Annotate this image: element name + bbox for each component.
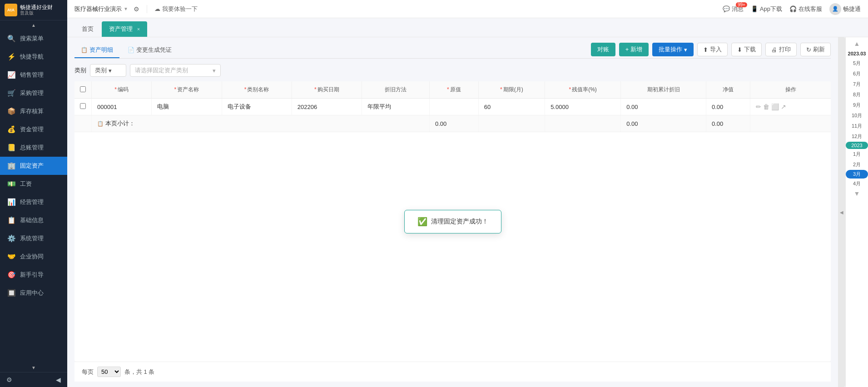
sidebar-item-label: 搜索菜单 <box>20 35 44 43</box>
sidebar-item-label: 库存核算 <box>20 107 44 115</box>
sidebar-item-operations[interactable]: 📊 经营管理 <box>0 193 67 211</box>
collapse-icon[interactable]: ◀ <box>56 376 61 383</box>
sidebar-item-search[interactable]: 🔍 搜索菜单 <box>0 30 67 48</box>
print-btn[interactable]: 🖨 打印 <box>765 43 797 56</box>
sidebar-bottom: ⚙ ◀ <box>0 372 67 387</box>
subtotal-net: 0.00 <box>706 115 750 132</box>
tab-asset-management[interactable]: 资产管理 × <box>102 21 147 37</box>
company-selector[interactable]: 医疗器械行业演示 ▼ <box>74 5 128 13</box>
timeline-header: 2023.03 <box>848 51 866 56</box>
sidebar-item-app-center[interactable]: 🔲 应用中心 <box>0 284 67 302</box>
download-label: 下载 <box>744 45 756 54</box>
category-type-value: 类别 <box>95 66 107 74</box>
tab-asset-management-close[interactable]: × <box>137 26 140 32</box>
salary-icon: 💵 <box>7 180 15 188</box>
timeline-month-9[interactable]: 9月 <box>846 100 868 110</box>
online-service-btn[interactable]: 🎧 在线客服 <box>789 5 822 13</box>
sidebar-item-sales[interactable]: 📈 销售管理 <box>0 66 67 84</box>
sidebar-item-inventory[interactable]: 📦 库存核算 <box>0 102 67 120</box>
timeline-month-4[interactable]: 4月 <box>846 179 868 189</box>
timeline-month-10[interactable]: 10月 <box>846 110 868 121</box>
tab-home[interactable]: 首页 <box>74 21 101 37</box>
sidebar-scroll-down[interactable]: ▼ <box>0 363 67 372</box>
timeline-toggle[interactable]: ◀ <box>838 37 845 387</box>
sidebar-item-guide[interactable]: 🎯 新手引导 <box>0 266 67 284</box>
operations-icon: 📊 <box>7 198 15 206</box>
timeline-month-8[interactable]: 8月 <box>846 89 868 100</box>
category-type-select[interactable]: 类别 ▾ <box>90 64 126 77</box>
app-download-btn[interactable]: 📱 App下载 <box>751 5 782 13</box>
timeline-month-7[interactable]: 7月 <box>846 79 868 89</box>
avatar: 👤 <box>829 3 841 15</box>
experience-btn[interactable]: ☁ 我要体验一下 <box>154 5 198 13</box>
topbar-gear-icon[interactable]: ⚙ <box>134 5 139 13</box>
refresh-btn[interactable]: ↻ 刷新 <box>800 43 831 56</box>
col-residual-rate: *残值率(%) <box>545 81 621 99</box>
user-btn[interactable]: 👤 畅捷通 <box>829 3 861 15</box>
content-area: 📋 资产明细 📄 变更生成凭证 对账 + 新增 批量操作 <box>67 37 868 387</box>
import-icon: ⬆ <box>703 46 708 53</box>
timeline-year-2023[interactable]: 2023 <box>846 142 868 149</box>
sidebar-item-finance[interactable]: 💰 资金管理 <box>0 120 67 139</box>
row-net-value: 0.00 <box>706 99 750 115</box>
download-btn[interactable]: ⬇ 下载 <box>731 43 762 56</box>
timeline-month-6[interactable]: 6月 <box>846 69 868 79</box>
sub-tab-change-voucher-label: 变更生成凭证 <box>136 46 172 54</box>
select-all-checkbox[interactable] <box>80 86 86 92</box>
sub-tab-change-voucher[interactable]: 📄 变更生成凭证 <box>121 43 178 58</box>
col-depreciation-method: 折旧方法 <box>362 81 429 99</box>
new-btn[interactable]: + 新增 <box>619 43 649 56</box>
sidebar-item-salary[interactable]: 💵 工资 <box>0 175 67 193</box>
delete-icon[interactable]: 🗑 <box>763 103 769 110</box>
col-category: *类别名称 <box>222 81 292 99</box>
balance-btn[interactable]: 对账 <box>591 43 615 56</box>
per-page-select[interactable]: 50 10 20 100 <box>97 367 121 377</box>
sidebar-item-system[interactable]: ⚙️ 系统管理 <box>0 229 67 248</box>
app-download-label: App下载 <box>760 5 782 13</box>
sidebar: AtA 畅捷通好业财 普及版 ▲ 🔍 搜索菜单 ⚡ 快捷导航 📈 销售管理 🛒 … <box>0 0 67 387</box>
timeline-scroll-up[interactable]: ▲ <box>853 39 861 48</box>
sidebar-scroll-area: 🔍 搜索菜单 ⚡ 快捷导航 📈 销售管理 🛒 采购管理 📦 库存核算 💰 资金管… <box>0 30 67 363</box>
sidebar-logo: AtA 畅捷通好业财 普及版 <box>0 0 67 20</box>
category-select[interactable]: 请选择固定资产类别 ▾ <box>130 64 221 77</box>
row-checkbox[interactable] <box>80 103 86 109</box>
timeline-month-2[interactable]: 2月 <box>846 159 868 170</box>
message-btn[interactable]: 💬 消息 99+ <box>723 5 744 13</box>
sidebar-item-collab[interactable]: 🤝 企业协同 <box>0 248 67 266</box>
sidebar-item-purchase[interactable]: 🛒 采购管理 <box>0 84 67 102</box>
settings-bottom-icon[interactable]: ⚙ <box>6 376 12 383</box>
col-code: *编码 <box>92 81 152 99</box>
change-voucher-icon: 📄 <box>128 47 134 53</box>
topbar-right: 💬 消息 99+ 📱 App下载 🎧 在线客服 👤 畅捷通 <box>723 3 861 15</box>
copy-icon[interactable]: ⬜ <box>771 103 779 110</box>
app-download-icon: 📱 <box>751 5 758 12</box>
timeline-month-3-current[interactable]: 3月 <box>846 170 868 179</box>
main-area: 医疗器械行业演示 ▼ ⚙ ☁ 我要体验一下 💬 消息 99+ 📱 App下载 🎧… <box>67 0 868 387</box>
batch-btn[interactable]: 批量操作 ▾ <box>652 43 694 56</box>
timeline-month-12[interactable]: 12月 <box>846 131 868 142</box>
row-name: 电脑 <box>152 99 222 115</box>
timeline-month-11[interactable]: 11月 <box>846 121 868 131</box>
message-badge: 99+ <box>736 2 747 7</box>
import-btn[interactable]: ⬆ 导入 <box>697 43 728 56</box>
app-center-icon: 🔲 <box>7 289 15 297</box>
edit-icon[interactable]: ✏ <box>756 103 761 110</box>
subtotal-label: 📋 本页小计： <box>92 115 430 132</box>
sidebar-item-ledger[interactable]: 📒 总账管理 <box>0 139 67 157</box>
sidebar-item-label: 新手引导 <box>20 271 44 279</box>
purchase-icon: 🛒 <box>7 89 15 97</box>
timeline-month-1[interactable]: 1月 <box>846 149 868 159</box>
sub-tab-asset-detail[interactable]: 📋 资产明细 <box>74 43 119 58</box>
timeline-scroll-down[interactable]: ▼ <box>853 189 861 198</box>
total-label: 条，共 1 条 <box>124 368 154 376</box>
timeline-month-5[interactable]: 5月 <box>846 58 868 69</box>
sidebar-scroll-up[interactable]: ▲ <box>0 20 67 30</box>
quick-nav-icon: ⚡ <box>7 53 15 61</box>
more-icon[interactable]: ↗ <box>781 103 786 110</box>
sidebar-item-quick-nav[interactable]: ⚡ 快捷导航 <box>0 48 67 66</box>
sidebar-item-fixed-assets[interactable]: 🏢 固定资产 <box>0 157 67 175</box>
col-accumulated-dep: 期初累计折旧 <box>621 81 706 99</box>
row-actions: ✏ 🗑 ⬜ ↗ <box>750 99 831 115</box>
sidebar-item-basic-info[interactable]: 📋 基础信息 <box>0 211 67 229</box>
experience-icon: ☁ <box>154 5 160 12</box>
